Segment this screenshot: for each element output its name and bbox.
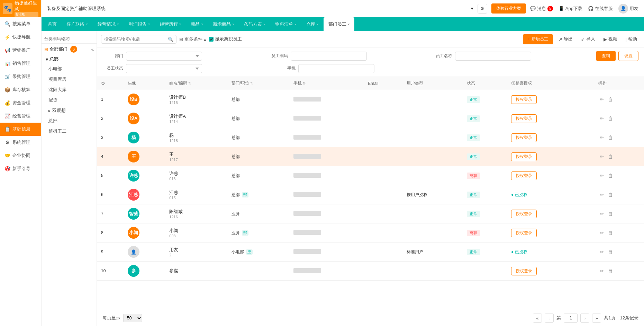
delete-btn[interactable]: 🗑 xyxy=(607,153,614,160)
sidebar-item-operations[interactable]: 📈 经营管理 xyxy=(0,109,41,123)
auth-btn[interactable]: 授权登录 xyxy=(511,267,537,275)
auth-btn[interactable]: 授权登录 xyxy=(511,210,537,218)
delete-btn[interactable]: 🗑 xyxy=(607,267,614,274)
auth-btn[interactable]: 授权登录 xyxy=(511,152,537,161)
tab-warehouse[interactable]: 仓库 × xyxy=(301,17,324,31)
view-btn[interactable]: ▶ 视频 xyxy=(601,34,620,44)
sidebar-item-marketing[interactable]: 📢 营销推广 xyxy=(0,44,41,57)
show-resigned-check[interactable]: 显示离职员工 xyxy=(209,36,242,42)
settings-gear[interactable]: ⚙ xyxy=(478,4,487,14)
delete-btn[interactable]: 🗑 xyxy=(607,134,614,141)
dept-search-input[interactable] xyxy=(44,36,96,41)
auth-btn[interactable]: 授权登录 xyxy=(511,171,537,180)
col-settings[interactable]: ⚙ xyxy=(97,77,124,90)
edit-btn[interactable]: ✏ xyxy=(598,96,605,103)
delete-btn[interactable]: 🗑 xyxy=(607,191,614,198)
delete-btn[interactable]: 🗑 xyxy=(607,96,614,103)
close-icon[interactable]: × xyxy=(179,23,181,26)
next-page-btn[interactable]: › xyxy=(580,314,589,323)
dept-group-head[interactable]: ▾ 总部 xyxy=(42,55,97,64)
auth-btn[interactable]: 授权登录 xyxy=(511,114,537,123)
tab-home[interactable]: 首页 xyxy=(43,17,62,31)
user-menu[interactable]: 👤 用友 xyxy=(618,4,638,14)
app-download-btn[interactable]: 📱 App下载 xyxy=(559,6,582,12)
tab-goods[interactable]: 商品 × xyxy=(186,17,208,31)
col-name[interactable]: 姓名/编码 ⇅ xyxy=(165,77,227,90)
tab-history[interactable]: 经营历程 × xyxy=(155,17,186,31)
sidebar-item-inventory[interactable]: 📦 库存核算 xyxy=(0,83,41,96)
trial-btn[interactable]: 体验行业方案 xyxy=(491,3,526,14)
close-icon[interactable]: × xyxy=(294,23,297,26)
edit-btn[interactable]: ✏ xyxy=(598,134,605,141)
per-page-select[interactable]: 50 20 100 xyxy=(123,314,142,322)
tab-bom[interactable]: 物料清单 × xyxy=(270,17,301,31)
first-page-btn[interactable]: « xyxy=(533,314,542,323)
close-icon[interactable]: × xyxy=(148,23,150,26)
tab-addgoods[interactable]: 新增商品 × xyxy=(208,17,239,31)
sidebar-item-purchase[interactable]: 🛒 采购管理 xyxy=(0,70,41,83)
sidebar-item-basic[interactable]: 📋 基础信息 xyxy=(0,123,41,136)
auth-btn[interactable]: 授权登录 xyxy=(511,95,537,104)
tab-customer[interactable]: 客户联络 × xyxy=(62,17,93,31)
close-icon[interactable]: × xyxy=(117,23,119,26)
edit-btn[interactable]: ✏ xyxy=(598,229,605,236)
delete-btn[interactable]: 🗑 xyxy=(607,172,614,179)
prev-page-btn[interactable]: ‹ xyxy=(545,314,554,323)
edit-btn[interactable]: ✏ xyxy=(598,210,605,217)
delete-btn[interactable]: 🗑 xyxy=(607,229,614,236)
close-icon[interactable]: × xyxy=(86,23,88,26)
set-btn[interactable]: 设置 xyxy=(618,51,638,61)
more-conditions-btn[interactable]: ⊟ 更多条件 ▴ xyxy=(179,36,206,42)
sidebar-item-quicknav[interactable]: ⚡ 快捷导航 xyxy=(0,30,41,44)
edit-btn[interactable]: ✏ xyxy=(598,153,605,160)
sidebar-item-sales[interactable]: 📊 销售管理 xyxy=(0,57,41,70)
search-btn[interactable]: 查询 xyxy=(596,51,616,61)
delete-btn[interactable]: 🗑 xyxy=(607,248,614,255)
edit-btn[interactable]: ✏ xyxy=(598,248,605,255)
tab-department[interactable]: 部门员工 × xyxy=(324,17,355,31)
dept-item-3[interactable]: 配货 xyxy=(42,95,97,105)
search-input[interactable] xyxy=(104,37,166,42)
sidebar-item-collab[interactable]: 🤝 企业协同 xyxy=(0,149,41,162)
delete-btn[interactable]: 🗑 xyxy=(607,210,614,217)
import-btn[interactable]: ↙ 导入 xyxy=(578,34,598,44)
col-phone[interactable]: 手机 ⇅ xyxy=(289,77,364,90)
auth-btn[interactable]: 授权登录 xyxy=(511,229,537,237)
edit-btn[interactable]: ✏ xyxy=(598,115,605,122)
edit-btn[interactable]: ✏ xyxy=(598,267,605,274)
edit-btn[interactable]: ✏ xyxy=(598,172,605,179)
dept-item-2[interactable]: 沈阳大库 xyxy=(42,85,97,95)
tab-barcode[interactable]: 条码方案 × xyxy=(239,17,270,31)
emp-code-input[interactable] xyxy=(291,52,367,61)
dept-item-1[interactable]: 项目库房 xyxy=(42,74,97,85)
tab-profit[interactable]: 利润报告 × xyxy=(124,17,155,31)
close-icon[interactable]: × xyxy=(232,23,234,26)
collapse-icon[interactable]: « xyxy=(91,47,94,52)
close-icon[interactable]: × xyxy=(263,23,265,26)
close-icon[interactable]: × xyxy=(201,23,203,26)
dept-item-4[interactable]: ▸ 双鹿想 xyxy=(42,105,97,116)
last-page-btn[interactable]: » xyxy=(592,314,601,323)
help-btn[interactable]: | 帮助 xyxy=(623,34,640,44)
sidebar-item-system[interactable]: ⚙ 系统管理 xyxy=(0,136,41,149)
dept-item-6[interactable]: 植树王二 xyxy=(42,126,97,136)
edit-btn[interactable]: ✏ xyxy=(598,191,605,198)
sidebar-item-guide[interactable]: 🎯 新手引导 xyxy=(0,162,41,175)
phone-input[interactable] xyxy=(298,64,374,73)
dept-item-0[interactable]: 小电部 xyxy=(42,64,97,74)
add-employee-btn[interactable]: + 新增员工 xyxy=(523,34,553,44)
title-dropdown[interactable] xyxy=(471,6,473,11)
export-btn[interactable]: ↗ 导出 xyxy=(556,34,575,44)
emp-status-select[interactable] xyxy=(126,64,202,73)
col-dept[interactable]: 部门/职位 ⇅ xyxy=(227,77,289,90)
dept-select[interactable] xyxy=(126,52,202,61)
tab-operations[interactable]: 经营情况 × xyxy=(93,17,124,31)
sidebar-item-finance[interactable]: 💰 资金管理 xyxy=(0,96,41,109)
emp-name-input[interactable] xyxy=(455,52,531,61)
online-service-btn[interactable]: 🎧 在线客服 xyxy=(588,6,613,12)
auth-btn[interactable]: 授权登录 xyxy=(511,133,537,142)
delete-btn[interactable]: 🗑 xyxy=(607,115,614,122)
all-dept-header[interactable]: ⊞ 全部部门 6 « xyxy=(42,44,97,55)
close-icon[interactable]: × xyxy=(348,23,350,26)
page-input[interactable] xyxy=(564,314,578,323)
